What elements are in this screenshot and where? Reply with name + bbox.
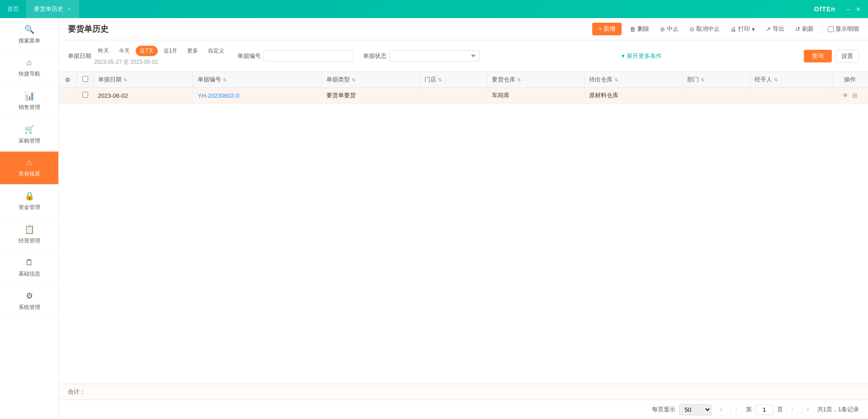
stop-button[interactable]: ⊘ 中止 (657, 23, 681, 35)
col-date-header[interactable]: 单据日期 ⇅ (93, 72, 193, 88)
date-btn-today[interactable]: 今天 (115, 46, 134, 56)
tab-close-icon[interactable]: × (68, 6, 71, 12)
data-table: ⚙ 单据日期 ⇅ 单据编号 (59, 72, 868, 104)
sidebar-item-inventory[interactable]: ⌂ 库存核算 (0, 152, 58, 185)
per-page-select[interactable]: 20 50 100 (679, 404, 712, 415)
settings-button[interactable]: 设置 (835, 50, 859, 62)
status-filter: 单据状态 (363, 50, 480, 62)
content-area: 要货单历史 + 新增 🗑 删除 ⊘ 中止 ⊙ 取消中止 🖨 (59, 18, 868, 419)
show-detail-checkbox-container[interactable]: 显示明细 (828, 25, 859, 33)
pagination-bar: 每页显示 20 50 100 « ‹ 第 页 › » 共1页，1条记录 (59, 400, 868, 419)
sidebar-label-purchase: 采购管理 (19, 137, 40, 145)
delete-label: 删除 (637, 25, 649, 33)
delete-button[interactable]: 🗑 删除 (627, 23, 652, 35)
sidebar-item-system[interactable]: ⚙ 系统管理 (0, 285, 58, 318)
next-page-button[interactable]: › (787, 404, 798, 415)
print-button[interactable]: 🖨 打印 ▾ (728, 23, 758, 35)
expand-button[interactable]: ▾ 展开更多条件 (622, 52, 662, 60)
row-pend-wh-cell: 原材料仓库 (584, 88, 682, 104)
row-docno-link[interactable]: YH-20230602-0 (198, 92, 239, 99)
close-icon[interactable]: ✕ (856, 6, 861, 13)
sidebar-item-quick-nav[interactable]: ⌂ 快捷导航 (0, 52, 58, 85)
system-icon: ⚙ (26, 291, 33, 301)
date-btn-more[interactable]: 更多 (183, 46, 202, 56)
sidebar-item-purchase[interactable]: 🛒 采购管理 (0, 118, 58, 152)
refresh-icon: ↺ (795, 26, 800, 33)
search-icon: 🔍 (24, 24, 34, 34)
date-btn-7days[interactable]: 近7天 (136, 46, 158, 56)
date-btn-custom[interactable]: 自定义 (204, 46, 228, 56)
tab-home[interactable]: 首页 (0, 0, 27, 18)
col-req-wh-label: 要货仓库 (492, 76, 515, 84)
col-doctype-header[interactable]: 单据类型 ⇅ (322, 72, 420, 88)
sidebar-label-operations: 经营管理 (19, 237, 40, 245)
sort-handler-icon: ⇅ (774, 77, 778, 82)
table-row: 2023-06-02 YH-20230602-0 要货单要货 车间库 (59, 88, 868, 104)
col-req-wh-header[interactable]: 要货仓库 ⇅ (487, 72, 585, 88)
page-input[interactable] (755, 405, 774, 415)
sidebar-label-inventory: 库存核算 (19, 170, 40, 178)
select-all-checkbox[interactable] (82, 76, 88, 82)
export-label: 导出 (773, 25, 784, 33)
row-view-icon[interactable]: 👁 (842, 92, 849, 99)
col-date-label: 单据日期 (98, 76, 122, 84)
col-store-label: 门店 (425, 76, 436, 84)
sort-req-wh-icon: ⇅ (517, 77, 521, 82)
tab-home-label: 首页 (7, 5, 19, 13)
minimize-icon[interactable]: ─ (846, 6, 850, 13)
date-btn-yesterday[interactable]: 昨天 (94, 46, 113, 56)
main-layout: 🔍 搜索菜单 ⌂ 快捷导航 📊 销售管理 🛒 采购管理 ⌂ 库存核算 🔒 资金管… (0, 18, 868, 419)
pagination-total-info: 共1页，1条记录 (817, 405, 859, 414)
sort-date-icon: ⇅ (123, 77, 127, 82)
show-detail-label: 显示明细 (835, 25, 859, 33)
show-detail-checkbox[interactable] (828, 26, 834, 32)
footer-bar: 合计： (59, 384, 868, 400)
date-filter-label: 单据日期 (68, 52, 91, 60)
table-wrapper: ⚙ 单据日期 ⇅ 单据编号 (59, 72, 868, 384)
sidebar-item-basic-info[interactable]: 🗒 基础信息 (0, 252, 58, 285)
col-handler-header[interactable]: 经手人 ⇅ (750, 72, 832, 88)
home-icon: ⌂ (27, 58, 32, 67)
row-checkbox-cell (77, 88, 93, 104)
status-select[interactable] (389, 50, 480, 62)
row-dept-cell (682, 88, 750, 104)
col-checkbox-header (77, 72, 93, 88)
page-suffix: 页 (777, 405, 783, 414)
col-settings[interactable]: ⚙ (59, 72, 77, 88)
stop-icon: ⊘ (660, 26, 665, 33)
sort-dept-icon: ⇅ (701, 77, 704, 82)
col-pend-wh-header[interactable]: 待出仓库 ⇅ (584, 72, 682, 88)
export-button[interactable]: ↗ 导出 (763, 23, 787, 35)
sidebar-label-sales: 销售管理 (19, 104, 40, 111)
tab-order-history[interactable]: 要货单历史 × (27, 0, 79, 18)
sales-icon: 📊 (24, 91, 34, 101)
date-btn-1month[interactable]: 近1月 (160, 46, 182, 56)
cancel-stop-label: 取消中止 (696, 25, 720, 33)
print-icon: 🖨 (731, 26, 736, 33)
row-settings-cell (59, 88, 77, 104)
date-buttons: 昨天 今天 近7天 近1月 更多 自定义 (94, 46, 228, 56)
date-filter: 单据日期 昨天 今天 近7天 近1月 更多 自定义 2023-05-27 至 2… (68, 46, 228, 66)
row-grid-icon[interactable]: ⊞ (852, 92, 858, 99)
doc-no-input[interactable] (264, 50, 354, 62)
table-header-row: ⚙ 单据日期 ⇅ 单据编号 (59, 72, 868, 88)
col-store-header[interactable]: 门店 ⇅ (420, 72, 487, 88)
sidebar-item-search[interactable]: 🔍 搜索菜单 (0, 18, 58, 52)
cancel-stop-button[interactable]: ⊙ 取消中止 (687, 23, 722, 35)
refresh-button[interactable]: ↺ 刷新 (793, 23, 816, 35)
query-button[interactable]: 查询 (804, 50, 832, 62)
row-date: 2023-06-02 (98, 92, 128, 99)
col-dept-header[interactable]: 部门 ⇅ (682, 72, 750, 88)
col-docno-header[interactable]: 单据编号 ⇅ (193, 72, 322, 88)
row-checkbox[interactable] (82, 92, 88, 98)
divider (822, 24, 822, 33)
new-button[interactable]: + 新增 (592, 23, 622, 35)
row-date-cell: 2023-06-02 (93, 88, 193, 104)
sidebar-item-operations[interactable]: 📋 经营管理 (0, 218, 58, 252)
sidebar-item-sales[interactable]: 📊 销售管理 (0, 85, 58, 118)
prev-page-button[interactable]: ‹ (731, 404, 742, 415)
row-store-cell (420, 88, 487, 104)
first-page-button[interactable]: « (715, 404, 727, 415)
last-page-button[interactable]: » (802, 404, 814, 415)
sidebar-item-finance[interactable]: 🔒 资金管理 (0, 185, 58, 218)
